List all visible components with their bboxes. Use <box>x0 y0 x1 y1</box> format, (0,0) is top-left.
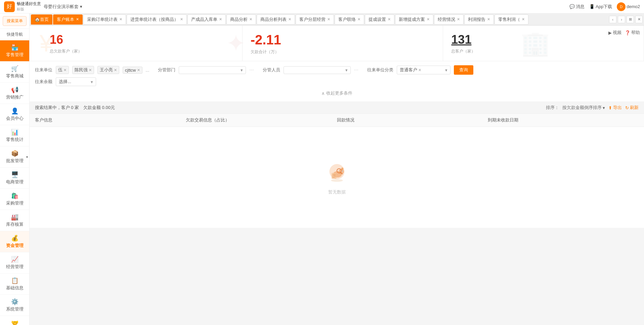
tab-home[interactable]: 🏠 首页 <box>31 14 52 25</box>
tab-close-all-btn[interactable]: ✕ <box>635 16 643 23</box>
retail-stats-icon: 📊 <box>2 129 27 136</box>
video-btn[interactable]: ▶ 视频 <box>608 30 621 36</box>
ecom-icon: 🖥️ <box>2 171 27 178</box>
app-download-btn[interactable]: 📱 App下载 <box>589 4 612 10</box>
tab-retail-profit[interactable]: 零售利润（ ✕ <box>495 14 528 25</box>
dept-more-btn[interactable]: ··· <box>249 67 254 73</box>
tab-prev-btn[interactable]: ‹ <box>609 16 616 23</box>
svg-point-1 <box>331 179 343 182</box>
category-tag-ordinary-close[interactable]: ✕ <box>418 68 421 72</box>
filter-tag-wu-close[interactable]: ✕ <box>63 68 67 72</box>
filter-tag-cjttcw-close[interactable]: ✕ <box>137 68 140 72</box>
sidebar-item-label: 零售统计 <box>6 137 24 142</box>
user-area[interactable]: D demo2 <box>617 2 640 11</box>
app-icon: 📱 <box>589 4 595 9</box>
sort-select[interactable]: 按欠款金额倒序排序 ▾ <box>562 105 605 111</box>
tab-profit-report[interactable]: 利润报告 ✕ <box>464 14 494 25</box>
tab-close-btn[interactable]: ✕ <box>180 17 183 22</box>
sidebar-item-wholesale-mgmt[interactable]: 📦 批发管理 <box>0 146 29 168</box>
refresh-btn[interactable]: ↻ 刷新 <box>625 105 639 111</box>
tab-close-btn[interactable]: ✕ <box>76 17 79 22</box>
filter-more-tags[interactable]: ... <box>146 68 149 73</box>
dept-filter-select[interactable]: ▾ <box>179 66 246 74</box>
category-tag-ordinary: 普通客户 ✕ <box>400 67 421 73</box>
tab-close-btn[interactable]: ✕ <box>288 17 291 22</box>
collapse-btn[interactable]: ∧ 收起更多条件 <box>35 89 639 98</box>
tab-expand-btn[interactable]: ⊞ <box>627 16 634 23</box>
basic-info-icon: 📋 <box>2 277 27 284</box>
sidebar-item-enterprise[interactable]: 🤝 企业协同 <box>0 316 29 325</box>
retail-mgmt-icon: 🏪 <box>2 44 27 51</box>
empty-illustration <box>324 159 350 186</box>
sidebar-item-basic-info[interactable]: 📋 基础信息 <box>0 274 29 295</box>
tab-customer-layer[interactable]: 客户分层经营 ✕ <box>296 14 334 25</box>
tab-next-btn[interactable]: › <box>618 16 625 23</box>
tab-close-btn[interactable]: ✕ <box>327 17 330 22</box>
help-label: 帮助 <box>631 30 640 36</box>
sidebar-item-ecom[interactable]: 🖥️ 电商管理 <box>0 168 29 189</box>
help-btn[interactable]: ❓ 帮助 <box>625 30 640 36</box>
person-more-btn[interactable]: ··· <box>354 67 358 73</box>
filter-row-2: 往来余额 选择... ▾ <box>35 77 639 86</box>
message-label: 消息 <box>576 4 585 10</box>
industry-selector[interactable]: 母婴行业演示帐套 ▾ <box>44 4 82 10</box>
sidebar-item-retail-mall[interactable]: 🛒 零售商城 <box>0 62 29 83</box>
tab-close-btn[interactable]: ✕ <box>219 17 222 22</box>
tab-goods-analysis[interactable]: 商品分析 ✕ <box>226 14 256 25</box>
tab-improve-settings[interactable]: 提成设置 ✕ <box>365 14 394 25</box>
tab-purchase-order[interactable]: 采购订单统计表 ✕ <box>83 14 126 25</box>
tab-close-btn[interactable]: ✕ <box>522 17 525 22</box>
tab-label: 经营情况 <box>438 16 455 23</box>
tab-close-btn[interactable]: ✕ <box>487 17 490 22</box>
message-btn[interactable]: 💬 消息 <box>569 4 585 10</box>
help-icon: ❓ <box>625 30 630 35</box>
tab-ops-situation[interactable]: 经营情况 ✕ <box>434 14 464 25</box>
export-btn[interactable]: ⬆ 导出 <box>608 105 622 111</box>
tab-label: 商品分析列表 <box>260 16 287 23</box>
tab-close-btn[interactable]: ✕ <box>249 17 252 22</box>
tab-close-btn[interactable]: ✕ <box>457 17 460 22</box>
logo-area: 好 畅捷通好生意 标版 <box>4 1 41 12</box>
purchase-icon: 🛍️ <box>2 192 27 200</box>
stat-block-customers: 16 总欠款客户（家） <box>30 26 243 61</box>
logo-text-block: 畅捷通好生意 标版 <box>17 1 41 12</box>
category-filter-select[interactable]: 普通客户 ✕ ▾ <box>397 66 450 74</box>
tab-close-btn[interactable]: ✕ <box>388 17 391 22</box>
tab-label: 客户分层经营 <box>299 16 326 23</box>
sidebar-item-label: 电商管理 <box>6 179 24 184</box>
tab-label: 客户联络 <box>338 16 356 23</box>
tab-close-btn[interactable]: ✕ <box>119 17 122 22</box>
tab-product-instock[interactable]: 产成品入库单 ✕ <box>187 14 226 25</box>
sidebar-item-member-center[interactable]: 👤 会员中心 <box>0 104 29 125</box>
sidebar-item-retail-stats[interactable]: 📊 零售统计 <box>0 125 29 146</box>
sidebar-item-finance[interactable]: 💰 资金管理 <box>0 231 29 252</box>
filter-tag-chenminqiang: 陈民强 ✕ <box>72 66 94 74</box>
filter-tag-wang-close[interactable]: ✕ <box>114 68 117 72</box>
sidebar-item-label: 采购管理 <box>6 201 24 206</box>
member-center-icon: 👤 <box>2 107 27 115</box>
sidebar-item-inventory[interactable]: 🏭 库存核算 <box>0 210 29 231</box>
filter-tag-chen-close[interactable]: ✕ <box>89 68 92 72</box>
remainder-filter-select[interactable]: 选择... ▾ <box>56 77 96 86</box>
main-layout: 搜索菜单 快捷导航 🏪 零售管理 🛒 零售商城 📢 营销推广 👤 会员中心 📊 … <box>0 13 644 325</box>
sidebar-item-sys[interactable]: ⚙️ 系统管理 <box>0 295 29 316</box>
tab-close-btn[interactable]: ✕ <box>357 17 360 22</box>
tab-goods-analysis-list[interactable]: 商品分析列表 ✕ <box>257 14 295 25</box>
tab-customer-contact[interactable]: 客户联络 ✕ <box>335 14 364 25</box>
sidebar-search-btn[interactable]: 搜索菜单 <box>3 16 27 26</box>
sidebar-quick-nav[interactable]: 快捷导航 <box>0 29 29 40</box>
sidebar-item-marketing[interactable]: 📢 营销推广 <box>0 83 29 104</box>
stats-section: ¥ 16 总欠款客户（家） ✦ -2.11 欠款合计（万） 🏢 131 总客户（… <box>30 26 644 61</box>
tab-customer-debt[interactable]: 客户账本 ✕ <box>53 14 83 25</box>
tab-close-btn[interactable]: ✕ <box>427 17 430 22</box>
sidebar-item-purchase[interactable]: 🛍️ 采购管理 <box>0 189 29 210</box>
sidebar-item-retail-mgmt[interactable]: 🏪 零售管理 <box>0 40 29 62</box>
debt-total-label: 欠款合计（万） <box>251 49 279 55</box>
svg-rect-9 <box>332 173 336 179</box>
sidebar: 搜索菜单 快捷导航 🏪 零售管理 🛒 零售商城 📢 营销推广 👤 会员中心 📊 … <box>0 13 30 325</box>
query-button[interactable]: 查询 <box>454 65 473 75</box>
person-filter-select[interactable]: ▾ <box>284 66 351 74</box>
tab-new-improve-plan[interactable]: 新增提成方案 ✕ <box>395 14 433 25</box>
tab-goods-stats[interactable]: 进货单统计表（按商品） ✕ <box>127 14 187 25</box>
sidebar-item-ops[interactable]: 📈 经营管理 <box>0 252 29 274</box>
